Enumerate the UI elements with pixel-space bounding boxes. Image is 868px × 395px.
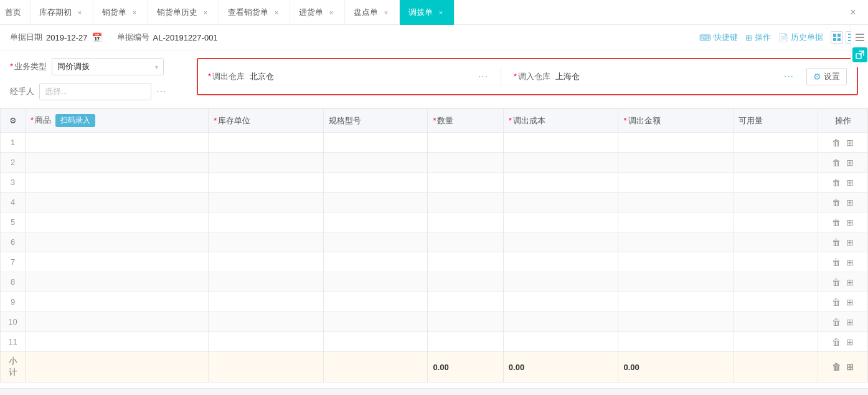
row-unit[interactable] xyxy=(209,332,324,352)
row-unit[interactable] xyxy=(209,173,324,193)
row-unit[interactable] xyxy=(209,292,324,312)
tab-view-sales[interactable]: 查看销货单 × xyxy=(219,0,290,25)
row-cost[interactable] xyxy=(503,153,618,173)
window-close-button[interactable]: × xyxy=(843,2,863,22)
operator-more-button[interactable]: ··· xyxy=(156,86,166,97)
row-qty[interactable] xyxy=(428,232,503,252)
delete-icon[interactable]: 🗑 xyxy=(832,337,841,347)
row-spec[interactable] xyxy=(323,272,427,292)
sidebar-list-icon[interactable] xyxy=(852,30,867,45)
row-cost[interactable] xyxy=(503,173,618,193)
row-spec[interactable] xyxy=(323,252,427,272)
row-available[interactable] xyxy=(734,133,818,153)
summary-copy-icon[interactable]: ⊞ xyxy=(846,362,854,372)
row-available[interactable] xyxy=(734,272,818,292)
warehouse-out-more-button[interactable]: ··· xyxy=(478,71,488,82)
copy-icon[interactable]: ⊞ xyxy=(846,198,854,207)
warehouse-out-value[interactable]: 北京仓 xyxy=(250,71,274,82)
row-unit[interactable] xyxy=(209,133,324,153)
row-available[interactable] xyxy=(734,193,818,212)
row-spec[interactable] xyxy=(323,153,427,173)
row-available[interactable] xyxy=(734,173,818,193)
warehouse-in-more-button[interactable]: ··· xyxy=(784,71,794,82)
row-spec[interactable] xyxy=(323,212,427,232)
delete-icon[interactable]: 🗑 xyxy=(832,257,841,267)
copy-icon[interactable]: ⊞ xyxy=(846,297,854,307)
delete-icon[interactable]: 🗑 xyxy=(832,158,841,168)
tab-sales-history-close[interactable]: × xyxy=(201,8,210,17)
row-product[interactable] xyxy=(26,312,209,332)
th-gear[interactable]: ⚙ xyxy=(1,109,26,133)
row-qty[interactable] xyxy=(428,292,503,312)
scan-button[interactable]: 扫码录入 xyxy=(55,114,95,127)
row-spec[interactable] xyxy=(323,312,427,332)
date-value[interactable]: 2019-12-27 xyxy=(46,33,88,42)
row-cost[interactable] xyxy=(503,193,618,212)
row-qty[interactable] xyxy=(428,133,503,153)
row-amount[interactable] xyxy=(618,332,734,352)
row-available[interactable] xyxy=(734,232,818,252)
row-cost[interactable] xyxy=(503,272,618,292)
row-amount[interactable] xyxy=(618,232,734,252)
row-cost[interactable] xyxy=(503,332,618,352)
row-cost[interactable] xyxy=(503,133,618,153)
tab-purchase-order[interactable]: 进货单 × xyxy=(290,0,345,25)
row-product[interactable] xyxy=(26,173,209,193)
tab-sales-order[interactable]: 销货单 × xyxy=(93,0,148,25)
tab-transfer-order-close[interactable]: × xyxy=(436,8,445,17)
row-spec[interactable] xyxy=(323,292,427,312)
row-unit[interactable] xyxy=(209,193,324,212)
tab-inventory-init-close[interactable]: × xyxy=(75,8,84,17)
copy-icon[interactable]: ⊞ xyxy=(846,337,854,347)
table-container[interactable]: ⚙ *商品 扫码录入 *库存单位 规格型号 *数量 *调出成本 xyxy=(0,108,868,388)
row-product[interactable] xyxy=(26,272,209,292)
tab-home[interactable]: 首页 xyxy=(5,0,31,25)
business-type-select[interactable]: 同价调拨 ▾ xyxy=(52,58,164,75)
copy-icon[interactable]: ⊞ xyxy=(846,257,854,267)
row-unit[interactable] xyxy=(209,153,324,173)
row-amount[interactable] xyxy=(618,312,734,332)
row-amount[interactable] xyxy=(618,153,734,173)
sidebar-external-link-icon[interactable] xyxy=(852,47,867,62)
row-amount[interactable] xyxy=(618,173,734,193)
row-unit[interactable] xyxy=(209,212,324,232)
row-cost[interactable] xyxy=(503,312,618,332)
copy-icon[interactable]: ⊞ xyxy=(846,138,854,148)
copy-icon[interactable]: ⊞ xyxy=(846,277,854,287)
row-available[interactable] xyxy=(734,312,818,332)
delete-icon[interactable]: 🗑 xyxy=(832,198,841,207)
row-spec[interactable] xyxy=(323,133,427,153)
row-unit[interactable] xyxy=(209,252,324,272)
copy-icon[interactable]: ⊞ xyxy=(846,158,854,168)
delete-icon[interactable]: 🗑 xyxy=(832,178,841,188)
delete-icon[interactable]: 🗑 xyxy=(832,297,841,307)
row-qty[interactable] xyxy=(428,252,503,272)
row-amount[interactable] xyxy=(618,193,734,212)
row-qty[interactable] xyxy=(428,332,503,352)
row-spec[interactable] xyxy=(323,232,427,252)
tab-transfer-order[interactable]: 调拨单 × xyxy=(400,0,455,25)
layout-btn-1[interactable] xyxy=(831,31,843,44)
row-spec[interactable] xyxy=(323,193,427,212)
copy-icon[interactable]: ⊞ xyxy=(846,317,854,327)
row-available[interactable] xyxy=(734,332,818,352)
history-button[interactable]: 📄 历史单据 xyxy=(778,32,823,43)
tab-inventory-check-close[interactable]: × xyxy=(382,8,390,17)
shortcuts-button[interactable]: ⌨ 快捷键 xyxy=(699,32,738,43)
delete-icon[interactable]: 🗑 xyxy=(832,138,841,148)
tab-view-sales-close[interactable]: × xyxy=(272,8,281,17)
settings-button[interactable]: ⚙ 设置 xyxy=(806,68,847,85)
row-cost[interactable] xyxy=(503,292,618,312)
row-product[interactable] xyxy=(26,133,209,153)
row-available[interactable] xyxy=(734,292,818,312)
row-product[interactable] xyxy=(26,252,209,272)
row-qty[interactable] xyxy=(428,153,503,173)
row-amount[interactable] xyxy=(618,272,734,292)
row-amount[interactable] xyxy=(618,252,734,272)
row-spec[interactable] xyxy=(323,332,427,352)
operator-select[interactable]: 选择... xyxy=(39,83,151,100)
tab-inventory-init[interactable]: 库存期初 × xyxy=(31,0,93,25)
row-cost[interactable] xyxy=(503,232,618,252)
row-product[interactable] xyxy=(26,232,209,252)
calendar-icon[interactable]: 📅 xyxy=(92,32,102,42)
